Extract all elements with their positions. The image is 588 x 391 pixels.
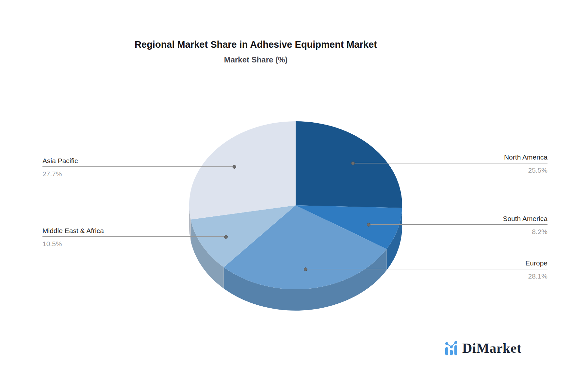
bar-line-chart-icon <box>445 341 458 356</box>
leader-dot <box>224 235 228 239</box>
leader-dot <box>304 267 307 271</box>
pie-label-north-america: North America25.5% <box>353 153 547 175</box>
brand-name: DiMarket <box>462 341 521 356</box>
pie-label-middle-east-africa: Middle East & Africa10.5% <box>42 227 226 248</box>
pie-label-name: South America <box>368 214 547 223</box>
pie-label-name: Middle East & Africa <box>42 227 226 235</box>
pie-label-asia-pacific: Asia Pacific27.7% <box>42 157 235 178</box>
pie-label-value: 8.2% <box>368 228 547 236</box>
leader-line <box>42 166 235 167</box>
pie-label-south-america: South America8.2% <box>368 214 547 236</box>
pie-label-name: North America <box>353 153 547 162</box>
pie-label-value: 27.7% <box>42 170 235 178</box>
pie-label-name: Europe <box>305 259 547 267</box>
leader-dot <box>233 165 236 169</box>
leader-dot <box>367 223 370 227</box>
chart-canvas: Regional Market Share in Adhesive Equipm… <box>0 0 588 391</box>
pie-label-value: 25.5% <box>353 166 547 175</box>
pie-label-value: 10.5% <box>42 240 226 248</box>
pie-label-value: 28.1% <box>305 272 547 280</box>
pie-chart-3d <box>0 0 588 391</box>
pie-label-name: Asia Pacific <box>42 157 235 165</box>
leader-line <box>368 224 547 225</box>
leader-line <box>42 236 226 237</box>
leader-line <box>353 163 547 163</box>
leader-dot <box>351 162 355 165</box>
pie-label-europe: Europe28.1% <box>305 259 547 280</box>
brand-logo: DiMarket <box>445 341 521 356</box>
leader-line <box>305 269 547 269</box>
